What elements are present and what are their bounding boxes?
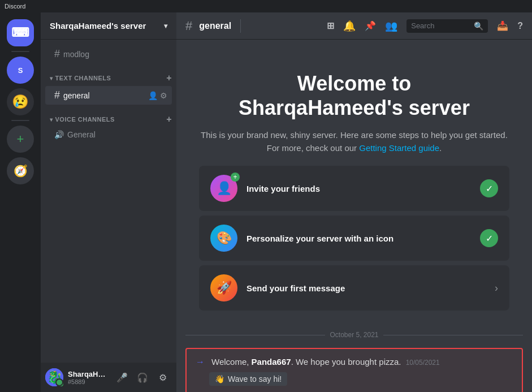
person-icon: 👤 <box>217 181 232 196</box>
channel-item-modlog[interactable]: # modlog <box>45 45 172 63</box>
search-box[interactable]: 🔍 <box>406 19 488 33</box>
collapse-icon: ▾ <box>50 75 53 81</box>
voice-category-label: VOICE CHANNELS <box>55 116 115 123</box>
invite-check: ✓ <box>480 179 498 197</box>
server-sidebar: ⌨ S 😢 + 🧭 <box>0 12 41 392</box>
welcome-section: Welcome toSharqaHameed's server This is … <box>176 49 532 166</box>
user-info: SharqaHam... #5889 <box>68 370 109 385</box>
user-avatar[interactable]: 🐉 <box>45 368 63 386</box>
arrow-icon: → <box>196 357 205 367</box>
channel-item-general[interactable]: # general 👤 ⚙ <box>45 86 172 105</box>
server-name: SharqaHameed's server <box>50 21 146 31</box>
header-separator <box>240 19 241 33</box>
user-controls: 🎤 🎧 ⚙ <box>113 368 172 386</box>
user-panel: 🐉 SharqaHam... #5889 🎤 🎧 ⚙ <box>41 363 176 392</box>
user-settings-button[interactable]: ⚙ <box>154 368 172 386</box>
explore-servers-button[interactable]: 🧭 <box>7 157 34 184</box>
chevron-right-icon: › <box>495 282 498 294</box>
online-indicator <box>58 381 64 387</box>
welcome-message-container: → Welcome, Panda667. We hope you brought… <box>185 348 523 392</box>
server-icon-sharqa[interactable]: S <box>7 57 34 84</box>
collapse-icon-2: ▾ <box>50 117 53 123</box>
main-content: # general ⊞ 🔔 📌 👥 🔍 📥 ? Welcome <box>176 12 532 392</box>
personalize-icon: 🎨 <box>210 225 237 252</box>
date-line-right <box>383 335 523 335</box>
members-icon[interactable]: 👥 <box>385 20 397 32</box>
channel-list: # modlog ▾ TEXT CHANNELS + # general 👤 ⚙… <box>41 40 176 363</box>
channel-actions: 👤 ⚙ <box>148 91 167 100</box>
title-bar: Discord <box>0 0 532 12</box>
help-icon[interactable]: ? <box>517 21 523 31</box>
channel-header-name: general <box>199 21 231 31</box>
welcome-title: Welcome toSharqaHameed's server <box>199 71 509 120</box>
channel-name-general: general <box>63 91 90 100</box>
channel-name: modlog <box>63 50 89 59</box>
personalize-check: ✓ <box>480 229 498 247</box>
add-voice-channel-button[interactable]: + <box>166 114 172 124</box>
getting-started-link[interactable]: Getting Started guide <box>359 143 439 153</box>
wave-emoji: 👋 <box>215 374 224 384</box>
server-avatar-icon: S <box>18 66 23 75</box>
welcome-msg-text: Welcome, Panda667. We hope you brought p… <box>211 357 440 367</box>
personalize-label: Personalize your server with an icon <box>246 234 471 243</box>
notification-icon[interactable]: 🔔 <box>343 20 356 32</box>
username: SharqaHam... <box>68 370 109 378</box>
server-name-title: SharqaHameed's server <box>239 96 470 119</box>
message-icon: 🚀 <box>210 274 237 301</box>
server-icon-emoji1[interactable]: 😢 <box>7 88 34 115</box>
rocket-icon: 🚀 <box>217 281 232 295</box>
mute-button[interactable]: 🎤 <box>113 368 131 386</box>
date-separator: October 5, 2021 <box>176 326 532 343</box>
app-title: Discord <box>5 3 25 10</box>
text-channels-category[interactable]: ▾ TEXT CHANNELS + <box>41 64 176 85</box>
threads-icon[interactable]: ⊞ <box>327 20 334 31</box>
plus-badge: + <box>231 173 240 182</box>
personalize-card[interactable]: 🎨 Personalize your server with an icon ✓ <box>199 216 509 261</box>
pin-icon[interactable]: 📌 <box>365 20 376 31</box>
onboarding-cards: 👤 + Invite your friends ✓ 🎨 Personalize … <box>176 166 532 322</box>
user-discriminator: #5889 <box>68 378 109 385</box>
chevron-down-icon: ▾ <box>164 22 167 30</box>
send-message-card[interactable]: 🚀 Send your first message › <box>199 265 509 311</box>
message-timestamp: 10/05/2021 <box>406 359 440 367</box>
chat-area: Welcome toSharqaHameed's server This is … <box>176 40 532 392</box>
settings-icon[interactable]: ⚙ <box>160 91 167 100</box>
server-separator <box>11 51 29 52</box>
welcome-subtitle: This is your brand new, shiny server. He… <box>199 129 509 154</box>
deafen-button[interactable]: 🎧 <box>133 368 152 386</box>
category-label: TEXT CHANNELS <box>55 75 111 81</box>
add-member-icon[interactable]: 👤 <box>148 91 158 100</box>
welcome-message: → Welcome, Panda667. We hope you brought… <box>196 356 513 368</box>
date-line-left <box>185 335 325 335</box>
channel-header-hash-icon: # <box>185 19 192 33</box>
voice-channel-name: General <box>67 130 96 139</box>
emoji-server-icon: 😢 <box>12 94 29 110</box>
channel-sidebar: SharqaHameed's server ▾ # modlog ▾ TEXT … <box>41 12 176 392</box>
username-mention: Panda667 <box>252 357 291 367</box>
voice-channel-item-general[interactable]: 🔊 General <box>45 127 172 142</box>
inbox-icon[interactable]: 📥 <box>497 20 508 31</box>
add-text-channel-button[interactable]: + <box>166 73 172 83</box>
invite-label: Invite your friends <box>246 184 471 193</box>
server-separator-2 <box>11 120 29 121</box>
header-icons: ⊞ 🔔 📌 👥 🔍 📥 ? <box>327 19 523 33</box>
avatar-emoji: 🐉 <box>45 368 63 386</box>
search-icon: 🔍 <box>474 21 483 31</box>
speaker-icon: 🔊 <box>54 130 64 139</box>
server-icon-main[interactable]: ⌨ <box>7 19 34 46</box>
invite-friends-card[interactable]: 👤 + Invite your friends ✓ <box>199 166 509 211</box>
hash-icon-2: # <box>54 89 60 101</box>
voice-channels-category[interactable]: ▾ VOICE CHANNELS + <box>41 105 176 127</box>
discord-logo-icon: ⌨ <box>11 25 29 40</box>
server-header[interactable]: SharqaHameed's server ▾ <box>41 12 176 40</box>
date-text: October 5, 2021 <box>330 331 378 339</box>
invite-icon: 👤 + <box>210 175 237 202</box>
message-content: Welcome, Panda667. We hope you brought p… <box>211 356 440 368</box>
search-input[interactable] <box>411 21 472 30</box>
wave-button[interactable]: 👋 Wave to say hi! <box>209 372 287 386</box>
add-server-button[interactable]: + <box>7 126 34 153</box>
plus-icon: + <box>17 132 24 147</box>
compass-icon: 🧭 <box>14 164 28 178</box>
message-label: Send your first message <box>246 283 486 293</box>
hash-icon: # <box>54 48 60 60</box>
